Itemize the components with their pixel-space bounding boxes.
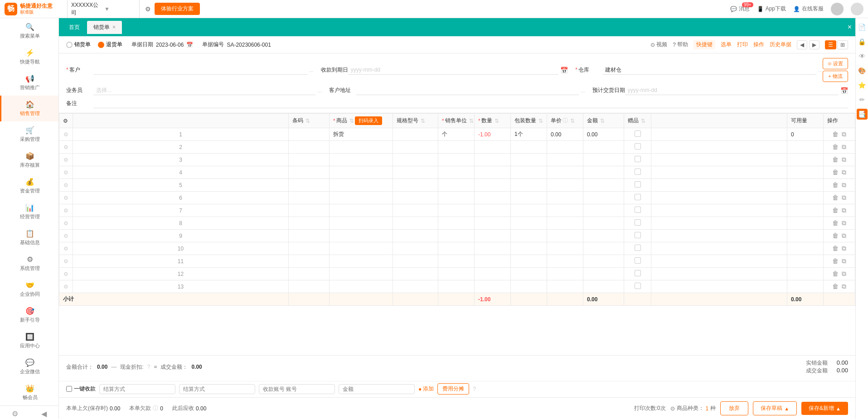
row-gear-icon-0[interactable]: ⚙ xyxy=(63,131,68,138)
settings-panel-btn[interactable]: ⊙ 设置 xyxy=(823,58,848,69)
row-gear-icon-1[interactable]: ⚙ xyxy=(63,144,68,150)
action-select[interactable]: 选单 xyxy=(721,41,732,48)
gift-checkbox-12[interactable] xyxy=(635,283,641,289)
gift-checkbox-9[interactable] xyxy=(635,245,641,251)
cell-gift-8[interactable] xyxy=(624,230,651,242)
cell-barcode-9[interactable] xyxy=(289,242,330,255)
right-icon-edit[interactable]: ✏ xyxy=(857,94,868,105)
action-history[interactable]: 历史单据 xyxy=(770,41,791,48)
unit-sort-icon[interactable]: ⇅ xyxy=(469,118,474,124)
cell-spec-3[interactable] xyxy=(393,166,438,179)
cell-unit-price-0[interactable]: 0.00 xyxy=(547,128,583,141)
cell-barcode-12[interactable] xyxy=(289,280,330,293)
row-gear-icon-3[interactable]: ⚙ xyxy=(63,169,68,176)
copy-btn-8[interactable]: ⧉ xyxy=(842,232,846,240)
delete-btn-3[interactable]: 🗑 xyxy=(832,169,839,176)
cell-spec-9[interactable] xyxy=(393,242,438,255)
action-print[interactable]: 打印 xyxy=(737,41,748,48)
calc-method-input[interactable] xyxy=(179,384,255,394)
gift-checkbox-1[interactable] xyxy=(635,143,641,149)
tab-close-all-icon[interactable]: × xyxy=(848,23,852,31)
delete-btn-6[interactable]: 🗑 xyxy=(832,207,839,214)
sidebar-item-system[interactable]: ⚙ 系统管理 xyxy=(0,250,58,276)
cell-barcode-2[interactable] xyxy=(289,154,330,166)
cell-gift-9[interactable] xyxy=(624,242,651,255)
customer-addr-dots[interactable]: ... xyxy=(581,87,585,94)
pay-account-input[interactable] xyxy=(259,384,335,394)
cell-gift-10[interactable] xyxy=(624,255,651,268)
exp-btn[interactable]: 体验行业方案 xyxy=(155,3,200,15)
cell-qty-2[interactable] xyxy=(475,154,511,166)
payment-due-calendar-icon[interactable]: 📅 xyxy=(560,67,568,74)
radio-sales[interactable]: 销货单 xyxy=(66,41,91,48)
cell-qty-8[interactable] xyxy=(475,230,511,242)
cell-unit-price-10[interactable] xyxy=(547,255,583,268)
radio-return[interactable]: 退货单 xyxy=(98,41,122,48)
expected-date-calendar-icon[interactable]: 📅 xyxy=(840,87,848,94)
view-list-btn[interactable]: ☰ xyxy=(825,40,836,49)
remark-input[interactable] xyxy=(93,99,848,108)
right-icon-palette[interactable]: 🎨 xyxy=(857,65,868,76)
sidebar-item-search[interactable]: 🔍 搜索菜单 xyxy=(0,18,58,44)
cell-qty-12[interactable] xyxy=(475,280,511,293)
fee-help-icon[interactable]: ? xyxy=(473,386,476,392)
barcode-sort-icon[interactable]: ⇅ xyxy=(305,118,310,124)
sidebar-item-sales[interactable]: 🏠 销售管理 xyxy=(0,96,58,121)
cell-qty-0[interactable]: -1.00 xyxy=(475,128,511,141)
sidebar-item-marketing[interactable]: 📢 营销推广 xyxy=(0,70,58,96)
cell-barcode-6[interactable] xyxy=(289,204,330,217)
copy-btn-0[interactable]: ⧉ xyxy=(842,130,846,138)
pay-amount-input[interactable] xyxy=(339,384,415,394)
sidebar-item-operations[interactable]: 📊 经营管理 xyxy=(0,199,58,225)
tab-sales-order[interactable]: 销货单 × xyxy=(87,21,122,34)
delete-btn-11[interactable]: 🗑 xyxy=(832,270,839,277)
company-selector[interactable]: XXXXXX公司 ▼ xyxy=(67,0,140,19)
row-gear-icon-10[interactable]: ⚙ xyxy=(63,258,68,265)
cell-gift-6[interactable] xyxy=(624,204,651,217)
cell-spec-0[interactable] xyxy=(393,128,438,141)
cell-spec-6[interactable] xyxy=(393,204,438,217)
row-gear-icon-8[interactable]: ⚙ xyxy=(63,233,68,239)
row-gear-icon-9[interactable]: ⚙ xyxy=(63,246,68,252)
one-click-checkbox[interactable] xyxy=(66,386,72,392)
cell-qty-4[interactable] xyxy=(475,179,511,192)
cell-gift-12[interactable] xyxy=(624,280,651,293)
delete-btn-8[interactable]: 🗑 xyxy=(832,232,839,239)
delete-btn-5[interactable]: 🗑 xyxy=(832,194,839,201)
copy-btn-9[interactable]: ⧉ xyxy=(842,245,846,252)
sidebar-item-member[interactable]: 👑 畅会员 xyxy=(0,380,58,405)
customer-dots[interactable]: ... xyxy=(309,67,314,73)
sidebar-item-capital[interactable]: 💰 资金管理 xyxy=(0,173,58,199)
cell-barcode-4[interactable] xyxy=(289,179,330,192)
app-download-btn[interactable]: 📱 App下载 xyxy=(757,5,786,13)
right-icon-lock[interactable]: 🔒 xyxy=(857,36,868,47)
cell-spec-4[interactable] xyxy=(393,179,438,192)
cell-qty-7[interactable] xyxy=(475,217,511,230)
cell-spec-2[interactable] xyxy=(393,154,438,166)
cell-unit-price-9[interactable] xyxy=(547,242,583,255)
cell-qty-6[interactable] xyxy=(475,204,511,217)
cell-gift-3[interactable] xyxy=(624,166,651,179)
cell-barcode-8[interactable] xyxy=(289,230,330,242)
sidebar-item-appstore[interactable]: 🔲 应用中心 xyxy=(0,328,58,354)
cell-barcode-3[interactable] xyxy=(289,166,330,179)
cell-unit-price-5[interactable] xyxy=(547,192,583,204)
cell-qty-9[interactable] xyxy=(475,242,511,255)
row-gear-icon-7[interactable]: ⚙ xyxy=(63,220,68,226)
cell-barcode-1[interactable] xyxy=(289,141,330,154)
cell-barcode-10[interactable] xyxy=(289,255,330,268)
copy-btn-1[interactable]: ⧉ xyxy=(842,143,846,151)
customer-addr-input[interactable] xyxy=(356,86,578,95)
right-icon-orange[interactable]: 📑 xyxy=(857,109,868,120)
sidebar-item-guide[interactable]: 🎯 新手引导 xyxy=(0,302,58,328)
cell-unit-price-12[interactable] xyxy=(547,280,583,293)
message-btn[interactable]: 💬 消息 99+ xyxy=(730,5,750,13)
warehouse-dots[interactable]: ... xyxy=(818,67,823,73)
gear-icon[interactable]: ⚙ xyxy=(63,118,68,124)
debt-info-icon[interactable]: ⓘ xyxy=(153,405,158,412)
doc-next-btn[interactable]: ▶ xyxy=(809,40,820,49)
copy-btn-10[interactable]: ⧉ xyxy=(842,257,846,265)
copy-btn-5[interactable]: ⧉ xyxy=(842,194,846,202)
gift-checkbox-4[interactable] xyxy=(635,181,641,188)
qty-sort-icon[interactable]: ⇅ xyxy=(495,118,499,124)
